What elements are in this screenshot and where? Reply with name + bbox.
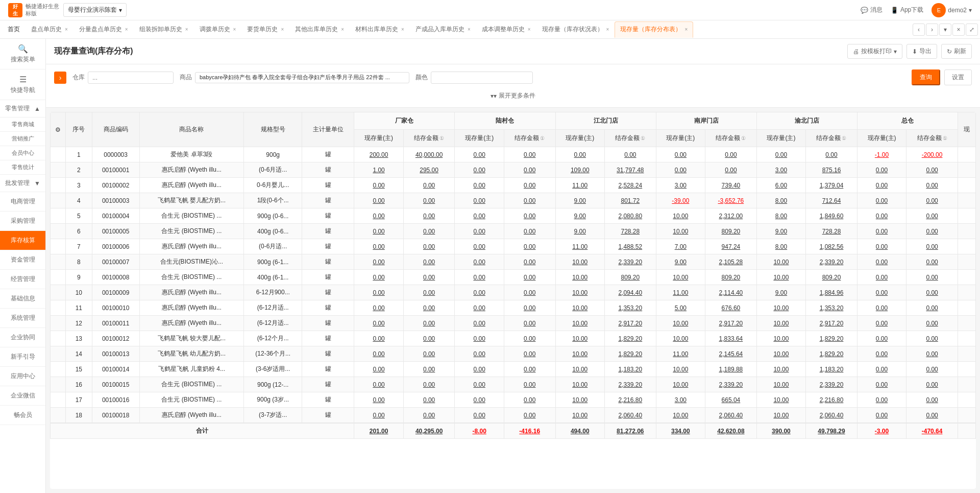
print-btn[interactable]: 🖨 按模板打印 ▾ bbox=[847, 44, 902, 59]
table-row: 1100100010惠氏启醇 (Wyeth illu...(6-12月适...罐… bbox=[51, 300, 976, 316]
table-row: 1400100013飞鹤星飞帆 幼儿配方奶...(12-36个月...罐0.00… bbox=[51, 346, 976, 362]
sidebar-item-inventory[interactable]: 库存核算 bbox=[0, 231, 45, 250]
sidebar-item-vip[interactable]: 畅会员 bbox=[0, 406, 45, 425]
footer-lucun-amt[interactable]: -416.16 bbox=[504, 423, 555, 439]
tab-close-5[interactable]: × bbox=[281, 27, 284, 32]
sidebar-item-wechat[interactable]: 企业微信 bbox=[0, 386, 45, 406]
table-row: 1500100014飞鹤星飞帆 儿童奶粉 4...(3-6岁适用...罐0.00… bbox=[51, 362, 976, 377]
goods-input[interactable] bbox=[195, 72, 409, 83]
footer-nanan-qty[interactable]: 334.00 bbox=[656, 423, 705, 439]
user-menu[interactable]: E demo2 ▾ bbox=[932, 3, 972, 17]
export-btn[interactable]: ⬇ 导出 bbox=[906, 44, 937, 59]
sidebar-item-ops[interactable]: 经营管理 bbox=[0, 270, 45, 289]
tab-prev-btn[interactable]: ‹ bbox=[913, 24, 925, 36]
sidebar-item-member[interactable]: 会员中心 bbox=[0, 146, 45, 160]
tab-more-btn[interactable]: ▾ bbox=[939, 24, 951, 36]
tab-close-1[interactable]: × bbox=[65, 27, 68, 32]
sidebar-item-retail[interactable]: 零售管理 ▲ bbox=[0, 100, 45, 118]
col-yubei-amt: 结存金额① bbox=[806, 130, 857, 147]
chevron-up-icon: ▲ bbox=[34, 105, 40, 112]
tab-1[interactable]: 盘点单历史× bbox=[26, 21, 74, 38]
tab-next-btn[interactable]: › bbox=[926, 24, 938, 36]
info-icon[interactable]: ① bbox=[641, 135, 645, 141]
sidebar-item-marketing[interactable]: 营销推广 bbox=[0, 132, 45, 146]
warehouse-input[interactable] bbox=[88, 72, 174, 84]
tab-expand-btn[interactable]: ⤢ bbox=[966, 24, 978, 36]
tab-close-3[interactable]: × bbox=[185, 27, 188, 32]
tab-close-11[interactable]: × bbox=[684, 27, 688, 32]
tab-3[interactable]: 组装拆卸单历史× bbox=[134, 21, 194, 38]
sidebar-item-retail-stats[interactable]: 零售统计 bbox=[0, 160, 45, 175]
footer-row: 合计 201.00 40,295.00 -8.00 -416.16 494.00… bbox=[51, 423, 976, 439]
sidebar-item-ecom[interactable]: 电商管理 bbox=[0, 192, 45, 212]
tab-close-all-btn[interactable]: × bbox=[952, 24, 965, 36]
filter-row: › 仓库 商品 颜色 查询 设置 bbox=[54, 69, 972, 85]
info-icon[interactable]: ① bbox=[741, 135, 746, 141]
tab-close-8[interactable]: × bbox=[468, 27, 471, 32]
footer-changjiacao-qty[interactable]: 201.00 bbox=[354, 423, 403, 439]
table-row: 700100006惠氏启醇 (Wyeth illu...(0-6月适...罐0.… bbox=[51, 239, 976, 254]
tab-close-2[interactable]: × bbox=[125, 27, 128, 32]
expand-conditions-btn[interactable]: ▾▾ 展开更多条件 bbox=[486, 89, 540, 102]
sidebar-item-purchase[interactable]: 采购管理 bbox=[0, 212, 45, 231]
sidebar-item-retail-shop[interactable]: 零售商城 bbox=[0, 118, 45, 132]
col-lucun: 陆村仓 bbox=[455, 112, 555, 130]
table-row: 1000100009惠氏启醇 (Wyeth illu...6-12月900...… bbox=[51, 285, 976, 300]
footer-total-qty[interactable]: -3.00 bbox=[857, 423, 906, 439]
footer-lucun-qty[interactable]: -8.00 bbox=[455, 423, 504, 439]
footer-nanan-amt[interactable]: 42,620.08 bbox=[705, 423, 757, 439]
footer-yubei-amt[interactable]: 49,798.29 bbox=[806, 423, 857, 439]
toggle-filter-btn[interactable]: › bbox=[54, 72, 66, 84]
sidebar: 🔍 搜索英单 ☰ 快捷导航 零售管理 ▲ 零售商城 营销推广 会员中心 零售统计… bbox=[0, 39, 46, 493]
info-icon[interactable]: ① bbox=[943, 135, 947, 141]
app-download-btn[interactable]: 📱 App下载 bbox=[891, 6, 923, 14]
message-btn[interactable]: 💬 消息 bbox=[861, 6, 883, 14]
sidebar-item-basic[interactable]: 基础信息 bbox=[0, 289, 45, 309]
col-current: 现 bbox=[958, 112, 975, 147]
color-input[interactable] bbox=[431, 72, 533, 84]
sidebar-item-corp[interactable]: 企业协同 bbox=[0, 328, 45, 347]
sidebar-item-apps[interactable]: 应用中心 bbox=[0, 367, 45, 386]
sidebar-item-nav[interactable]: ☰ 快捷导航 bbox=[0, 69, 45, 100]
sidebar-item-wholesale[interactable]: 批发管理 ▼ bbox=[0, 175, 45, 192]
tab-10[interactable]: 现存量（库存状况表）× bbox=[536, 21, 615, 38]
color-filter: 颜色 bbox=[415, 72, 533, 84]
info-icon[interactable]: ① bbox=[439, 135, 444, 141]
tab-8[interactable]: 产成品入库单历史× bbox=[410, 21, 476, 38]
tab-9[interactable]: 成本调整单历史× bbox=[476, 21, 536, 38]
col-settings[interactable]: ⚙ bbox=[51, 112, 66, 147]
footer-jiangbei-amt[interactable]: 81,272.06 bbox=[604, 423, 656, 439]
info-icon[interactable]: ① bbox=[842, 135, 846, 141]
goods-label: 商品 bbox=[180, 73, 192, 82]
tab-close-9[interactable]: × bbox=[528, 27, 531, 32]
tab-home[interactable]: 首页 bbox=[2, 21, 26, 38]
refresh-icon: ↻ bbox=[947, 48, 952, 55]
sidebar-item-system[interactable]: 系统管理 bbox=[0, 309, 45, 328]
info-icon[interactable]: ① bbox=[540, 135, 545, 141]
tab-6[interactable]: 其他出库单历史× bbox=[289, 21, 350, 38]
tab-close-7[interactable]: × bbox=[401, 27, 404, 32]
tab-4[interactable]: 调拨单历史× bbox=[194, 21, 242, 38]
tab-close-6[interactable]: × bbox=[341, 27, 344, 32]
footer-jiangbei-qty[interactable]: 494.00 bbox=[555, 423, 604, 439]
tab-7[interactable]: 材料出库单历史× bbox=[350, 21, 410, 38]
footer-yubei-qty[interactable]: 390.00 bbox=[756, 423, 805, 439]
col-changjiacao-qty: 现存量(主) bbox=[354, 130, 403, 147]
tab-close-10[interactable]: × bbox=[606, 27, 609, 32]
footer-total-amt[interactable]: -470.64 bbox=[906, 423, 958, 439]
sidebar-item-guide[interactable]: 新手引导 bbox=[0, 347, 45, 367]
settings-btn[interactable]: 设置 bbox=[944, 69, 972, 85]
message-icon: 💬 bbox=[861, 7, 868, 14]
refresh-btn[interactable]: ↻ 刷新 bbox=[941, 44, 972, 59]
tab-2[interactable]: 分量盘点单历史× bbox=[74, 21, 134, 38]
tab-11[interactable]: 现存量（库存分布表）× bbox=[615, 21, 693, 38]
col-yubei: 渝北门店 bbox=[756, 112, 857, 130]
query-btn[interactable]: 查询 bbox=[912, 69, 940, 85]
sidebar-item-search[interactable]: 🔍 搜索英单 bbox=[0, 39, 45, 69]
table-container: ⚙ 序号 商品编码 商品名称 规格型号 主计量单位 厂家仓 陆村仓 江北门店 南… bbox=[50, 112, 976, 489]
sidebar-item-finance[interactable]: 资金管理 bbox=[0, 250, 45, 270]
tab-5[interactable]: 要货单历史× bbox=[241, 21, 289, 38]
industry-select[interactable]: 母婴行业演示陈套 ▾ bbox=[63, 3, 127, 17]
footer-changjiacao-amt[interactable]: 40,295.00 bbox=[403, 423, 455, 439]
tab-close-4[interactable]: × bbox=[233, 27, 236, 32]
